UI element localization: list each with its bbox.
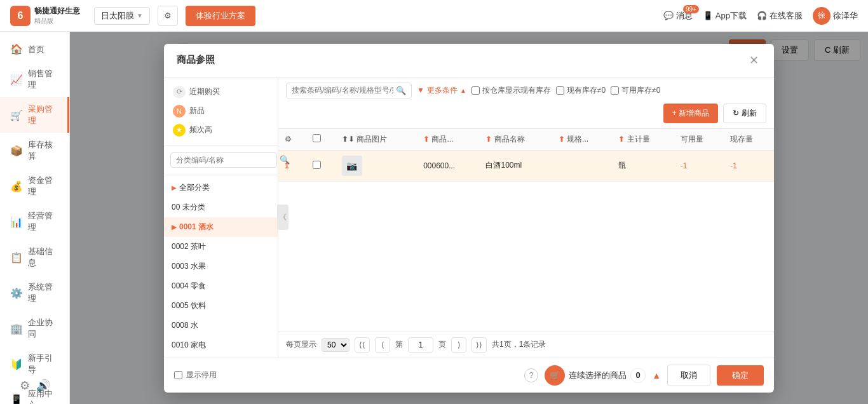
add-product-button[interactable]: + 新增商品 xyxy=(663,104,718,123)
select-all-checkbox[interactable] xyxy=(313,134,321,142)
checkbox-existing-stock[interactable]: 现有库存≠0 xyxy=(556,85,606,96)
category-search-button[interactable]: 🔍 xyxy=(280,152,290,168)
sidebar: 🏠 首页 📈 销售管理 🛒 采购管理 📦 库存核算 💰 资金管理 📊 经营管理 … xyxy=(0,32,70,404)
category-snacks[interactable]: 0004 零食 xyxy=(164,276,278,296)
sidebar-item-finance[interactable]: 💰 资金管理 xyxy=(0,168,69,204)
total-info: 共1页，1条记录 xyxy=(492,339,546,350)
show-disabled-input[interactable] xyxy=(174,371,182,379)
col-unit[interactable]: ⬆ 主计量 xyxy=(612,129,674,151)
settings-bottom-icon[interactable]: ⚙ xyxy=(20,379,30,393)
trial-button[interactable]: 体验行业方案 xyxy=(186,6,255,26)
next-page-button[interactable]: ⟩ xyxy=(451,337,466,353)
product-search-input[interactable] xyxy=(292,86,393,95)
cart-info[interactable]: 🛒 连续选择的商品 0 xyxy=(545,365,646,386)
col-spec[interactable]: ⬆ 规格... xyxy=(552,129,613,151)
modal-close-button[interactable]: ✕ xyxy=(746,53,761,68)
confirm-button[interactable]: 确定 xyxy=(717,365,764,386)
table-row[interactable]: 1 📷 000600... 白酒100ml 瓶 xyxy=(278,150,774,181)
filter-recent[interactable]: ⟳ 近期购买 xyxy=(169,83,273,102)
sidebar-item-basic[interactable]: 📋 基础信息 xyxy=(0,239,69,275)
table-panel: 🔍 ▼ 更多条件 ▲ 按仓库显示现有库存 xyxy=(278,77,774,358)
col-image: ⬆⬇ 商品图片 xyxy=(336,129,417,151)
category-unclassified[interactable]: 00 未分类 xyxy=(164,198,278,217)
modal-header: 商品参照 ✕ xyxy=(164,44,774,77)
sort-name-icon: ⬆ xyxy=(485,135,492,144)
checkbox-usable-stock[interactable]: 可用库存≠0 xyxy=(611,85,660,96)
col-code[interactable]: ⬆ 商品... xyxy=(417,129,479,151)
page-number-input[interactable] xyxy=(408,337,433,353)
sidebar-item-operation[interactable]: 📊 经营管理 xyxy=(0,204,69,239)
user-avatar: 徐 xyxy=(813,7,831,25)
col-name[interactable]: ⬆ 商品名称 xyxy=(479,129,552,151)
sidebar-item-system[interactable]: ⚙️ 系统管理 xyxy=(0,275,69,311)
first-page-button[interactable]: ⟨⟨ xyxy=(355,337,370,353)
gear-button[interactable]: ⚙ xyxy=(158,6,178,26)
col-stock: 现存量 xyxy=(724,129,774,151)
sort-spec-icon: ⬆ xyxy=(559,135,565,144)
product-search-icon[interactable]: 🔍 xyxy=(396,86,406,95)
collapse-cart-button[interactable]: ▲ xyxy=(652,370,661,380)
prev-page-button[interactable]: ⟨ xyxy=(375,337,390,353)
category-panel: ⟳ 近期购买 N 新品 ★ 频次高 xyxy=(164,77,278,358)
modal-title: 商品参照 xyxy=(177,54,215,66)
logo-text: 畅捷通好生意 精品版 xyxy=(34,6,80,25)
category-spirits[interactable]: ▶ 0001 酒水 xyxy=(164,217,278,237)
online-service-button[interactable]: 🎧 在线客服 xyxy=(757,10,803,22)
product-search-box: 🔍 xyxy=(286,83,412,98)
category-search-input[interactable] xyxy=(170,152,277,168)
col-available: 可用量 xyxy=(674,129,724,151)
category-water[interactable]: 0008 水 xyxy=(164,316,278,335)
basic-icon: 📋 xyxy=(10,252,23,264)
table-header-row: ⚙ ⬆⬇ 商品图片 ⬆ 商品... xyxy=(278,129,774,151)
row-checkbox[interactable] xyxy=(306,150,336,181)
goods-reference-modal: 商品参照 ✕ ⟳ 近期购买 N xyxy=(164,44,774,393)
user-profile[interactable]: 徐 徐泽华 xyxy=(813,7,858,25)
col-checkbox[interactable] xyxy=(306,129,336,151)
per-page-select[interactable]: 50 xyxy=(322,338,349,352)
table-toolbar: 🔍 ▼ 更多条件 ▲ 按仓库显示现有库存 xyxy=(278,77,774,129)
category-drinks[interactable]: 0005 饮料 xyxy=(164,296,278,316)
sidebar-item-purchase[interactable]: 🛒 采购管理 xyxy=(0,97,69,133)
cancel-button[interactable]: 取消 xyxy=(667,365,710,386)
category-tea[interactable]: 0002 茶叶 xyxy=(164,237,278,257)
table-body: 1 📷 000600... 白酒100ml 瓶 xyxy=(278,150,774,181)
sidebar-item-home[interactable]: 🏠 首页 xyxy=(0,37,69,62)
modal-body: ⟳ 近期购买 N 新品 ★ 频次高 xyxy=(164,77,774,358)
filter-new[interactable]: N 新品 xyxy=(169,102,273,121)
filter-frequent[interactable]: ★ 频次高 xyxy=(169,121,273,140)
category-fruit[interactable]: 0003 水果 xyxy=(164,257,278,276)
system-icon: ⚙️ xyxy=(10,287,23,299)
help-button[interactable]: ? xyxy=(524,368,538,382)
footer-right: ? 🛒 连续选择的商品 0 ▲ 取消 确定 xyxy=(524,365,764,386)
more-filters-button[interactable]: ▼ 更多条件 ▲ xyxy=(417,85,466,96)
content-area: 查询 设置 C 刷新 商品参照 ✕ xyxy=(70,32,868,404)
row-image: 📷 xyxy=(336,150,417,181)
messages-button[interactable]: 💬 消息 99+ xyxy=(663,10,693,22)
recent-icon: ⟳ xyxy=(173,86,186,98)
collapse-panel-button[interactable]: 《 xyxy=(277,205,288,230)
home-icon: 🏠 xyxy=(10,43,23,55)
sidebar-item-enterprise[interactable]: 🏢 企业协同 xyxy=(0,311,69,346)
sidebar-item-sales[interactable]: 📈 销售管理 xyxy=(0,62,69,97)
category-appliances[interactable]: 0010 家电 xyxy=(164,335,278,355)
app-download-button[interactable]: 📱 App下载 xyxy=(703,10,747,22)
col-settings[interactable]: ⚙ xyxy=(278,129,306,151)
sidebar-item-inventory[interactable]: 📦 库存核算 xyxy=(0,133,69,168)
category-all[interactable]: ▶ 全部分类 xyxy=(164,178,278,198)
checkbox-by-warehouse-input[interactable] xyxy=(471,86,480,95)
audio-icon[interactable]: 🔊 xyxy=(36,379,50,393)
logo-icon: 6 xyxy=(10,6,31,26)
refresh-button[interactable]: ↻ 刷新 xyxy=(723,104,766,123)
checkbox-usable-input[interactable] xyxy=(611,86,619,95)
row-spec xyxy=(552,150,613,181)
checkbox-existing-input[interactable] xyxy=(556,86,564,95)
last-page-button[interactable]: ⟩⟩ xyxy=(471,337,487,353)
pagination-bar: 每页显示 50 ⟨⟨ ⟨ 第 页 ⟩ ⟩⟩ 共1页，1条记录 xyxy=(278,332,774,358)
logo-area: 6 畅捷通好生意 精品版 xyxy=(10,6,86,26)
show-disabled-checkbox[interactable]: 显示停用 xyxy=(174,370,217,380)
finance-icon: 💰 xyxy=(10,180,23,192)
store-selector[interactable]: 日太阳膜 ▼ xyxy=(94,7,150,25)
purchase-icon: 🛒 xyxy=(10,109,23,121)
quick-filters: ⟳ 近期购买 N 新品 ★ 频次高 xyxy=(164,77,278,145)
checkbox-by-warehouse[interactable]: 按仓库显示现有库存 xyxy=(471,85,551,96)
